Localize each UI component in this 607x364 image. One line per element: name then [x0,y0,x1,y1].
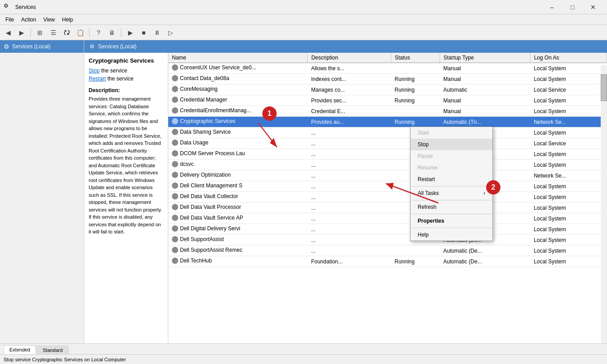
start-service-btn[interactable]: ▶ [124,27,137,38]
service-status-cell: Running [391,74,440,85]
menu-help[interactable]: Help [59,16,77,24]
col-desc[interactable]: Description [308,53,391,63]
restart-link[interactable]: Restart [89,76,106,82]
service-name-cell: Dell Digital Delivery Servi [168,224,308,235]
table-row[interactable]: Credential ManagerProvides sec...Running… [168,95,607,106]
ctx-restart[interactable]: Restart [410,174,492,185]
table-row[interactable]: Cryptographic ServicesProvides au...Runn… [168,117,607,127]
table-row[interactable]: Dell Client Management S...Automatic (De… [168,181,607,192]
right-panel[interactable]: Name Description Status Startup Type Log… [168,53,607,343]
col-status[interactable]: Status [391,53,440,63]
table-row[interactable]: Dell Data Vault Processor...Automatic (D… [168,203,607,213]
content-header-icon: ⚙ [90,43,94,50]
service-name-cell: dcsvc [168,160,308,170]
menu-view[interactable]: View [40,16,59,24]
service-name-cell: DCOM Server Process Lau [168,149,308,160]
service-logon-cell: Local System [530,106,607,117]
tab-extended[interactable]: Extended [4,345,36,354]
service-desc-cell: ... [308,149,391,160]
table-row[interactable]: DCOM Server Process Lau...AutomaticLocal… [168,149,607,160]
scrollbar-track[interactable] [601,65,607,343]
table-row[interactable]: Data Sharing Service...Manual (Trigg...L… [168,127,607,138]
tab-bar: Extended Standard [0,343,607,354]
close-button[interactable]: ✕ [583,0,603,14]
service-desc-cell: Manages co... [308,85,391,95]
main-container: ⚙ Services (Local) ⚙ Services (Local) Cr… [0,40,607,343]
service-logon-cell: Local System [530,127,607,138]
service-name-cell: Data Sharing Service [168,127,308,138]
sidebar-header: ⚙ Services (Local) [0,40,84,53]
ctx-start[interactable]: Start [410,127,492,139]
minimize-button[interactable]: – [542,0,562,14]
col-name[interactable]: Name [168,53,308,63]
table-row[interactable]: Data Usage...AutomaticLocal Service [168,138,607,149]
ctx-pause[interactable]: Pause [410,150,492,162]
service-name-cell: Credential Manager [168,95,308,106]
forward-button[interactable]: ▶ [15,27,28,38]
scrollbar-thumb[interactable] [601,74,607,101]
ctx-properties[interactable]: Properties [410,215,492,227]
table-row[interactable]: Dell SupportAssist...Automatic (De...Loc… [168,235,607,245]
show-hide-button[interactable]: ⊞ [34,27,46,38]
table-row[interactable]: CredentialEnrollmentManag...Credential E… [168,106,607,117]
col-startup[interactable]: Startup Type [440,53,530,63]
tab-standard[interactable]: Standard [37,346,68,354]
col-logon[interactable]: Log On As [530,53,607,63]
service-desc-cell: Provides sec... [308,95,391,106]
service-logon-cell: Local Service [530,85,607,95]
table-row[interactable]: Dell TechHubFoundation...RunningAutomati… [168,256,607,267]
menu-file[interactable]: File [2,16,17,24]
service-desc-cell: ... [308,138,391,149]
service-status-cell: Running [391,256,440,267]
service-desc-cell: Foundation... [308,256,391,267]
service-status-cell [391,245,440,256]
stop-link[interactable]: Stop [89,68,100,74]
service-logon-cell: Local System [530,149,607,160]
table-row[interactable]: Contact Data_de08aIndexes cont...Running… [168,74,607,85]
ctx-refresh[interactable]: Refresh [410,201,492,213]
service-logon-cell: Local System [530,224,607,235]
pause-service-btn[interactable]: ⏸ [151,27,163,38]
all-tasks-label: All Tasks [418,190,439,196]
maximize-button[interactable]: □ [562,0,583,14]
table-row[interactable]: CoreMessagingManages co...RunningAutomat… [168,85,607,95]
sep2 [410,200,492,200]
table-row[interactable]: Delivery Optimization...Automatic (De...… [168,170,607,181]
service-logon-cell: Local System [530,181,607,192]
services-table: Name Description Status Startup Type Log… [168,53,607,267]
service-startup-cell: Automatic (De... [440,256,530,267]
table-row[interactable]: Dell Digital Delivery Servi...Automatic … [168,224,607,235]
service-desc-cell: ... [308,224,391,235]
sep1 [410,186,492,186]
list-button[interactable]: ☰ [47,27,60,38]
service-desc-cell: Provides au... [308,117,391,127]
stop-service-btn[interactable]: ■ [137,27,150,38]
service-desc-cell: Allows the s... [308,63,391,74]
table-row[interactable]: dcsvc...Manual (Trigg...Local System [168,160,607,170]
table-row[interactable]: Dell Data Vault Service AP...Automatic (… [168,213,607,224]
sep3 [410,214,492,214]
service-startup-cell: Automatic (Tri... [440,117,530,127]
restart-service-btn[interactable]: ▷ [164,27,177,38]
table-row[interactable]: Dell SupportAssist Remec...Automatic (De… [168,245,607,256]
service-name-cell: Dell Data Vault Processor [168,203,308,213]
service-desc-cell: ... [308,213,391,224]
context-menu: Start Stop Pause Resume Restart All Task… [410,127,493,241]
ctx-stop[interactable]: Stop [410,139,492,150]
ctx-resume[interactable]: Resume [410,162,492,174]
service-startup-cell: Manual [440,74,530,85]
service-desc-cell: ... [308,245,391,256]
refresh-button[interactable]: 🗘 [60,27,73,38]
service-logon-cell: Local System [530,63,607,74]
ctx-all-tasks[interactable]: All Tasks › [410,187,492,199]
toolbar: ◀ ▶ ⊞ ☰ 🗘 📋 ? 🖥 ▶ ■ ⏸ ▷ [0,25,607,40]
menu-action[interactable]: Action [17,16,39,24]
ctx-help[interactable]: Help [410,229,492,241]
back-button[interactable]: ◀ [2,27,14,38]
table-row[interactable]: Dell Data Vault Collector...Automatic (D… [168,192,607,203]
export-button[interactable]: 📋 [74,27,86,38]
table-row[interactable]: ConsentUX User Service_de0...Allows the … [168,63,607,74]
connect-button[interactable]: 🖥 [106,27,118,38]
left-panel: Cryptographic Services Stop the service … [84,53,168,343]
help-button[interactable]: ? [92,27,105,38]
